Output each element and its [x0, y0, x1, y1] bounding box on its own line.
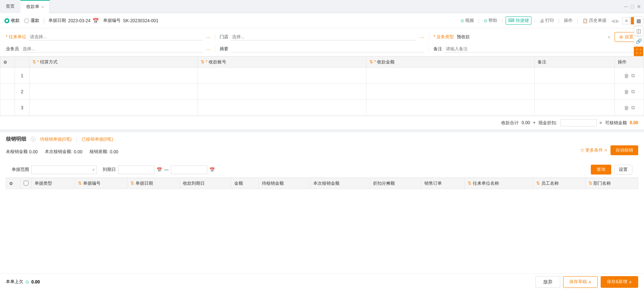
bth-number: ⇅ 单据编号 [75, 178, 127, 189]
range-select[interactable] [31, 165, 97, 174]
operation-label: 操作 [564, 17, 573, 24]
bottom-info-icon[interactable]: ⊙ [25, 279, 29, 285]
filter-dash: — [164, 167, 169, 172]
shortcut-btn[interactable]: ⌨ 快捷键 [506, 16, 531, 25]
hexiao-settings-button[interactable]: 设置 [614, 165, 632, 175]
nav-left-icon[interactable]: ◀ [611, 18, 615, 24]
print-btn[interactable]: 🖨 打印 [538, 17, 555, 24]
th-settings[interactable]: ⚙ [0, 57, 15, 68]
copy-row-1-icon[interactable]: ⧉ [631, 72, 635, 79]
business-type-label: * 业务类型 [433, 34, 454, 40]
delete-row-2-icon[interactable]: 🗑 [624, 89, 629, 95]
unchecked-amount: 未核销金额 0.00 [6, 149, 38, 155]
th-remark-label: 备注 [538, 59, 546, 64]
bth-dept-sort-icon[interactable]: ⇅ [589, 181, 592, 186]
table-row: 1 🗑 ⧉ [0, 68, 644, 84]
maximize-icon[interactable]: □ [631, 4, 634, 9]
counterpart-more-icon[interactable]: ··· [206, 34, 211, 40]
counterpart-input[interactable] [28, 34, 203, 40]
th-amount-sort-icon[interactable]: ⇅ [369, 59, 373, 64]
sidebar-expand-icon[interactable]: ⛶ [634, 47, 643, 56]
due-to-input[interactable]: 2022-04-12 [171, 165, 207, 174]
auto-hexiao-button[interactable]: 自动核销 [610, 145, 638, 155]
staff-field: 业务员 ··· [6, 46, 215, 52]
tab-home[interactable]: 首页 [0, 0, 20, 13]
nav-right-icon[interactable]: ▶ [616, 18, 620, 24]
hexiao-info-icon[interactable]: i [31, 137, 36, 142]
bth-due-date: 收款到期日 [180, 178, 231, 189]
th-amount-label: 收款金额 [377, 59, 394, 64]
help-btn[interactable]: ⊙ 帮助 [482, 17, 499, 24]
th-settlement-sort-icon[interactable]: ⇅ [32, 59, 36, 64]
td-settlement-3[interactable] [30, 100, 198, 116]
delete-row-3-icon[interactable]: 🗑 [624, 105, 629, 111]
close-icon[interactable]: ✕ [637, 4, 641, 9]
td-account-2[interactable] [198, 84, 366, 100]
tab-receipt-label: 收款单 [26, 4, 39, 10]
memo-input[interactable] [231, 46, 424, 52]
radio-receipt[interactable]: 收款 [4, 17, 20, 24]
available-label: 可核销金额 [605, 120, 627, 126]
bth-settings[interactable]: ⚙ [6, 178, 21, 189]
th-settlement-req: * [37, 59, 39, 64]
sidebar-table-icon[interactable]: ▦ [634, 16, 643, 26]
delete-row-1-icon[interactable]: 🗑 [624, 73, 629, 79]
query-button[interactable]: 查询 [591, 165, 611, 175]
due-from-input[interactable]: 2022-04-01 [118, 165, 154, 174]
save-new-button[interactable]: 保存&新增 ∧ [601, 276, 638, 288]
business-type-field: * 业务类型 预收款 ∨ ⚙ 设置 [429, 32, 638, 42]
minimize-icon[interactable]: ─ [624, 4, 628, 9]
view-list-btn[interactable]: ≡ [623, 17, 630, 24]
diff-amount: 核销差额: 0.00 [90, 149, 118, 155]
sep4: | [558, 18, 559, 23]
toolbar-right: ⊙ 视频 | ⊙ 帮助 | ⌨ 快捷键 | 🖨 打印 | [459, 16, 640, 25]
calendar-icon[interactable]: 📅 [93, 18, 99, 24]
sidebar-link-icon[interactable]: 🔗 [634, 36, 643, 46]
done-tab-link[interactable]: 已核销单据(0笔) [82, 136, 113, 142]
bth-staff-sort-icon[interactable]: ⇅ [536, 181, 540, 186]
staff-input[interactable] [21, 46, 203, 52]
td-account-1[interactable] [198, 68, 366, 84]
td-amount-2[interactable] [366, 84, 534, 100]
due-to-calendar-icon[interactable]: 📅 [209, 167, 215, 172]
td-amount-3[interactable] [366, 100, 534, 116]
tab-close-icon[interactable]: × [42, 5, 44, 9]
bth-type: 单据类型 [32, 178, 75, 189]
td-settlement-1[interactable] [30, 68, 198, 84]
more-conditions-btn[interactable]: ▽ 更多条件 ∧ [581, 147, 608, 153]
td-remark-2[interactable] [535, 84, 615, 100]
tab-receipt[interactable]: 收款单 × [20, 0, 50, 13]
bth-gear-icon[interactable]: ⚙ [9, 181, 13, 186]
history-btn[interactable]: 📋 历史单据 [581, 17, 608, 24]
select-all-checkbox[interactable] [24, 181, 28, 185]
due-from-calendar-icon[interactable]: 📅 [157, 167, 162, 172]
radio-refund[interactable]: 退款 [24, 17, 39, 24]
store-input[interactable] [231, 34, 416, 40]
staff-more-icon[interactable]: ··· [206, 46, 211, 52]
bth-number-sort-icon[interactable]: ⇅ [78, 181, 82, 186]
pending-tab-link[interactable]: 待核销单据(0笔) [40, 136, 72, 142]
td-account-3[interactable] [198, 100, 366, 116]
sidebar-list-icon[interactable]: ◫ [634, 26, 643, 36]
save-draft-button[interactable]: 保存草稿 ∧ [563, 276, 598, 288]
store-more-icon[interactable]: ··· [420, 34, 424, 40]
diff-label: 核销差额: [90, 149, 108, 155]
remark-input[interactable] [444, 46, 638, 52]
td-amount-1[interactable] [366, 68, 534, 84]
bth-counterpart-sort-icon[interactable]: ⇅ [468, 181, 471, 186]
print-label: 打印 [545, 17, 554, 24]
number-value: SK-20230324-001 [123, 18, 158, 23]
bth-date-sort-icon[interactable]: ⇅ [130, 181, 134, 186]
discount-input[interactable] [560, 119, 597, 126]
td-settlement-2[interactable] [30, 84, 198, 100]
gear-settings-icon[interactable]: ⚙ [3, 60, 7, 65]
operation-btn[interactable]: 操作 [562, 17, 574, 24]
td-remark-3[interactable] [535, 100, 615, 116]
copy-row-3-icon[interactable]: ⧉ [631, 105, 635, 111]
video-btn[interactable]: ⊙ 视频 [459, 17, 475, 24]
number-field: 单据编号 SK-20230324-001 [103, 17, 158, 24]
th-account-sort-icon[interactable]: ⇅ [201, 59, 204, 64]
copy-row-2-icon[interactable]: ⧉ [631, 89, 635, 95]
td-remark-1[interactable] [535, 68, 615, 84]
abandon-button[interactable]: 放弃 [535, 276, 560, 288]
